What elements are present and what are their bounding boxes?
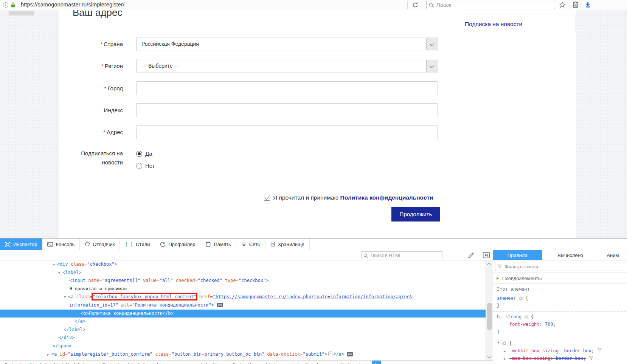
rule-selector[interactable]: элемент	[497, 295, 516, 302]
markup-scrollbar[interactable]	[486, 260, 493, 361]
address-input[interactable]	[136, 125, 438, 139]
breadcrumb-item[interactable]: div.simpleregister-button-right	[98, 361, 164, 364]
rules-panel: ▶ Псевдоэлементы Этот элемент элемент{}b…	[493, 260, 627, 364]
required-asterisk: *	[101, 63, 104, 69]
reading-list-icon[interactable]	[573, 2, 579, 9]
css-declaration[interactable]: font-weight: 700;	[497, 321, 627, 328]
breadcrumb-item[interactable]: div.simpleregister-button-block.black-bu…	[0, 361, 96, 364]
tab-debugger[interactable]: Отладчик	[80, 239, 120, 250]
event-badge[interactable]: ev	[217, 303, 223, 307]
markup-line[interactable]: </label>	[0, 326, 486, 334]
console-icon	[47, 242, 53, 247]
markup-line-selected[interactable]: <b>Политика конфиденциальности</b>	[0, 310, 486, 318]
tab-memory[interactable]: Память	[200, 239, 236, 250]
rule-separator	[493, 338, 627, 338]
devtools-panel: Инспектор Консоль Отладчик { } Стили Про…	[0, 238, 627, 364]
agreement-checkbox[interactable]	[264, 195, 270, 201]
breadcrumb-item[interactable]: a.colorbox.fancybox.popup_html_content	[281, 361, 370, 364]
tab-inspector[interactable]: Инспектор	[0, 239, 42, 250]
newsletter-yes-radio[interactable]	[136, 151, 142, 157]
field-label-city: *Город	[61, 85, 123, 91]
style-filter-field[interactable]	[495, 262, 625, 271]
rule-blocks: элемент{}b, strong{font-weight: 700;}*{▶…	[493, 294, 627, 364]
markup-line[interactable]: ▼ <label>	[0, 269, 486, 277]
tab-animations[interactable]: Аним	[599, 250, 627, 260]
download-icon[interactable]	[585, 2, 591, 9]
markup-search-input[interactable]	[371, 252, 441, 259]
field-label-address: *Адрес	[61, 129, 123, 135]
markup-line[interactable]: ▼ <div class="checkbox">	[0, 260, 486, 269]
reload-icon[interactable]	[412, 2, 418, 9]
toolbar-divider	[407, 2, 408, 9]
scroll-up-icon[interactable]	[486, 260, 493, 267]
markup-line[interactable]: ▶ <a id="simpleregister_button_confirm" …	[0, 350, 486, 359]
expander-icon: ▶	[504, 363, 506, 364]
screen: i https://samogonomaster.ru/simpleregist…	[0, 0, 627, 364]
city-input[interactable]	[136, 81, 438, 95]
markup-line[interactable]: Я прочитал и принимаю	[0, 285, 486, 293]
sidebar-newsletter-link[interactable]: Подписка на новости	[465, 21, 522, 28]
style-filter-input[interactable]	[504, 263, 618, 270]
event-badge[interactable]: ev	[347, 352, 353, 356]
privacy-policy-link[interactable]: Политика конфиденциальности	[340, 194, 433, 201]
region-select[interactable]: --- Выберите ---	[136, 59, 438, 73]
new-node-pencil-icon[interactable]	[468, 252, 474, 260]
browser-search-input[interactable]	[436, 2, 550, 8]
tab-network[interactable]: Сеть	[236, 239, 265, 250]
markup-line[interactable]: ▼ <a class="colorbox fancybox popup_html…	[0, 293, 486, 301]
gear-icon	[519, 296, 523, 300]
rule-selector[interactable]: *	[497, 340, 500, 347]
country-select[interactable]: Российская Федерация	[136, 37, 438, 51]
css-declaration[interactable]: ▶-moz-box-sizing: border-box;	[497, 355, 627, 362]
markup-line[interactable]: </span>	[0, 342, 486, 350]
markup-line[interactable]: information_id=17" alt="Политика конфиде…	[0, 301, 486, 310]
url-bar[interactable]: https://samogonomaster.ru/simpleregister…	[21, 2, 124, 8]
browser-search-field[interactable]	[426, 1, 555, 9]
https-lock-icon[interactable]	[11, 2, 16, 9]
funnel-icon	[598, 349, 602, 353]
newsletter-yes-label: Да	[145, 150, 152, 157]
tab-profiler[interactable]: Профайлер	[155, 239, 200, 250]
required-asterisk: *	[100, 41, 102, 47]
markup-line[interactable]: </a>	[0, 318, 486, 326]
expander-icon: ▶	[504, 355, 506, 363]
devtools-tabbar-fill	[322, 239, 627, 250]
chevron-down-icon[interactable]	[426, 60, 437, 72]
agreement-text: Я прочитал и принимаю Политика конфиденц…	[273, 194, 433, 201]
css-declaration[interactable]: ▶box-sizing: border-box;	[497, 362, 627, 364]
css-declaration[interactable]: ▶-webkit-box-sizing: border-box;	[497, 347, 627, 355]
tab-computed[interactable]: Вычислено	[542, 250, 599, 260]
tab-styles[interactable]: { } Стили	[120, 239, 155, 250]
tab-rules[interactable]: Правила	[493, 250, 542, 260]
newsletter-no-radio[interactable]	[136, 163, 142, 169]
markup-line[interactable]: <input name="agreements[]" value="all" c…	[0, 277, 486, 285]
this-element-header: Этот элемент	[493, 284, 627, 294]
site-info-icon[interactable]: i	[3, 2, 8, 8]
breadcrumb-item[interactable]: span.agreement-checkbox	[166, 361, 226, 364]
breadcrumb-item[interactable]: label	[262, 361, 279, 364]
search-icon	[363, 253, 368, 258]
collapsed-content-icon[interactable]: ⋯	[328, 352, 332, 356]
tab-console[interactable]: Консоль	[42, 239, 80, 250]
eval-playbox-icon[interactable]	[483, 252, 490, 260]
pseudo-elements-toggle[interactable]: ▶ Псевдоэлементы	[493, 273, 627, 284]
tab-storage[interactable]: Хранилище	[265, 239, 310, 250]
gear-icon	[524, 315, 528, 319]
heading-divider	[73, 22, 372, 22]
toolbar-divider	[570, 2, 570, 9]
markup-line[interactable]: </div>	[0, 334, 486, 342]
sidebar-newsletter-box: Подписка на новости	[459, 14, 576, 33]
breadcrumb-item[interactable]: div.checkbox	[228, 361, 261, 364]
css-rule: b, strong{font-weight: 700;}	[493, 313, 627, 336]
continue-button[interactable]: Продолжить	[391, 207, 440, 221]
postcode-input[interactable]	[136, 103, 438, 117]
bookmark-star-icon[interactable]	[559, 2, 566, 10]
browser-toolbar: i https://samogonomaster.ru/simpleregist…	[0, 0, 627, 10]
breadcrumb-item[interactable]: b	[372, 361, 381, 364]
search-icon	[429, 3, 434, 8]
scrollbar-thumb[interactable]	[487, 303, 492, 330]
rule-selector[interactable]: b, strong	[497, 313, 521, 321]
annotation-red-box[interactable]: "colorbox fancybox popup_html_content"	[93, 294, 197, 299]
markup-search-field[interactable]	[361, 251, 442, 259]
chevron-down-icon[interactable]	[426, 38, 437, 50]
